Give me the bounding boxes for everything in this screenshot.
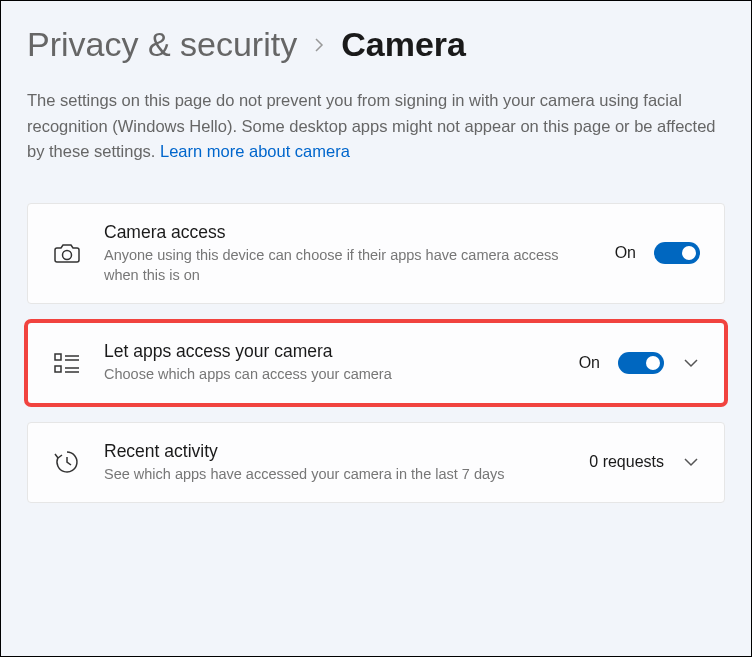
card-title: Camera access [104,222,593,243]
toggle-knob [646,356,660,370]
card-body: Let apps access your camera Choose which… [104,341,557,384]
let-apps-access-card[interactable]: Let apps access your camera Choose which… [27,322,725,403]
description-text: The settings on this page do not prevent… [27,91,716,160]
chevron-down-icon [683,358,699,368]
toggle-status: On [579,354,600,372]
card-title: Let apps access your camera [104,341,557,362]
let-apps-toggle[interactable] [618,352,664,374]
card-controls: On [579,352,700,374]
expand-button[interactable] [682,453,700,471]
card-controls: On [615,242,700,264]
request-count: 0 requests [589,453,664,471]
breadcrumb-current: Camera [341,25,466,64]
apps-list-icon [52,348,82,378]
history-icon [52,447,82,477]
recent-activity-card[interactable]: Recent activity See which apps have acce… [27,422,725,503]
svg-rect-2 [55,366,61,372]
breadcrumb-prev[interactable]: Privacy & security [27,25,297,64]
card-body: Recent activity See which apps have acce… [104,441,567,484]
toggle-knob [682,246,696,260]
settings-card-list: Camera access Anyone using this device c… [27,203,725,503]
card-title: Recent activity [104,441,567,462]
card-subtitle: Choose which apps can access your camera [104,364,557,384]
card-subtitle: Anyone using this device can choose if t… [104,245,593,286]
toggle-status: On [615,244,636,262]
card-body: Camera access Anyone using this device c… [104,222,593,286]
chevron-right-icon [313,37,325,53]
svg-point-0 [63,251,72,260]
page-description: The settings on this page do not prevent… [27,88,725,165]
camera-icon [52,238,82,268]
breadcrumb: Privacy & security Camera [27,25,725,64]
chevron-down-icon [683,457,699,467]
card-subtitle: See which apps have accessed your camera… [104,464,567,484]
learn-more-link[interactable]: Learn more about camera [160,142,350,160]
card-controls: 0 requests [589,453,700,471]
expand-button[interactable] [682,354,700,372]
camera-access-toggle[interactable] [654,242,700,264]
svg-rect-1 [55,354,61,360]
camera-access-card[interactable]: Camera access Anyone using this device c… [27,203,725,305]
